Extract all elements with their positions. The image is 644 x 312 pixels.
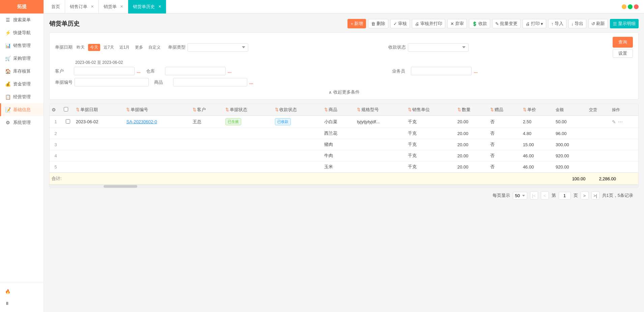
salesperson-ellipsis[interactable]: ... <box>474 69 478 74</box>
print-dropdown-icon: ▾ <box>541 21 543 26</box>
trade-cell <box>587 161 610 173</box>
sidebar-bottom-btn2[interactable]: ⏸ <box>0 297 44 309</box>
tab-sales-goods-label: 销货单 <box>104 4 117 10</box>
tab-sales-order[interactable]: 销售订单 ✕ <box>65 0 99 14</box>
refresh-button[interactable]: ↺ 刷新 <box>588 19 608 28</box>
action-icons: ✎ ⋯ <box>612 119 636 125</box>
sidebar-item-purchase-mgmt[interactable]: 🛒 采购管理 <box>0 52 44 65</box>
tab-sales-goods[interactable]: 销货单 ✕ <box>99 0 128 14</box>
col-collect-status[interactable]: ⇅收款状态 <box>273 104 323 116</box>
sidebar-bottom-btn1[interactable]: 🔥 <box>0 286 44 297</box>
audit-print-button[interactable]: 🖨 审核并打印 <box>412 19 445 28</box>
doc-no-cell <box>124 161 190 173</box>
date-pill-last1month[interactable]: 近1月 <box>117 44 132 51</box>
sidebar-item-inventory[interactable]: 🏠 库存核算 <box>0 65 44 78</box>
date-pill-more[interactable]: 更多 <box>133 44 145 51</box>
tab-sales-history-close[interactable]: ✕ <box>158 4 161 9</box>
sidebar-item-search-menu[interactable]: ☰ 搜索菜单 <box>0 14 44 26</box>
row-check <box>62 139 74 150</box>
col-doc-date[interactable]: ⇅单据日期 <box>74 104 124 116</box>
window-maximize-button[interactable] <box>628 4 633 9</box>
goods-cell: 玉米 <box>322 161 355 173</box>
delete-button[interactable]: 🗑 删除 <box>368 19 388 28</box>
col-customer[interactable]: ⇅客户 <box>191 104 223 116</box>
date-range-text: 2023-06-02 至 2023-06-02 <box>75 60 123 66</box>
col-goods[interactable]: ⇅商品 <box>322 104 355 116</box>
warehouse-ellipsis[interactable]: ... <box>228 69 232 74</box>
date-pill-yesterday[interactable]: 昨天 <box>75 44 87 51</box>
more-action-icon[interactable]: ⋯ <box>618 119 623 125</box>
col-doc-status[interactable]: ⇅单据状态 <box>223 104 273 116</box>
goods-ellipsis[interactable]: ... <box>249 80 253 85</box>
sidebar-item-basic-info[interactable]: 📝 基础信息 <box>0 103 44 116</box>
tab-sales-history[interactable]: 销货单历史 ✕ <box>128 0 166 14</box>
col-sales-unit[interactable]: ⇅销售单位 <box>406 104 455 116</box>
page-number-input[interactable] <box>559 192 571 200</box>
batch-change-button[interactable]: ✎ 批量变更 <box>492 19 521 28</box>
sidebar-item-ops-mgmt[interactable]: 📋 经营管理 <box>0 90 44 103</box>
new-button[interactable]: + 新增 <box>347 19 366 28</box>
warehouse-input[interactable] <box>165 67 226 75</box>
goods-input[interactable] <box>173 78 247 86</box>
gear-icon[interactable]: ⚙ <box>52 107 56 112</box>
col-doc-no[interactable]: ⇅单据编号 <box>124 104 190 116</box>
scrollbar-area[interactable] <box>50 184 638 188</box>
row-check[interactable] <box>62 116 74 128</box>
collapse-btn[interactable]: ∧ 收起更多条件 <box>55 89 633 95</box>
audit-print-icon: 🖨 <box>415 21 419 26</box>
window-close-button[interactable] <box>634 4 639 9</box>
sidebar-item-fund-mgmt[interactable]: 💰 资金管理 <box>0 78 44 90</box>
col-gift[interactable]: ⇅赠品 <box>488 104 521 116</box>
amount-cell: 300.00 <box>554 139 587 150</box>
query-button[interactable]: 查询 <box>613 37 633 48</box>
customer-ellipsis[interactable]: ... <box>137 69 141 74</box>
audit-button[interactable]: ✓ 审核 <box>390 19 410 28</box>
scrollbar-thumb[interactable] <box>104 185 137 188</box>
customer-cell <box>191 139 223 150</box>
export-button[interactable]: ↓ 导出 <box>568 19 587 28</box>
filter-warehouse: 仓库 ... <box>146 67 387 75</box>
import-button[interactable]: ↑ 导入 <box>548 19 566 28</box>
page-first-button[interactable]: |< <box>530 191 538 200</box>
page-size-select[interactable]: 50 <box>513 192 527 200</box>
doc-type-select[interactable] <box>188 43 248 52</box>
tab-sales-order-label: 销售订单 <box>70 4 87 10</box>
collect-status-select[interactable] <box>408 43 469 52</box>
col-unit-price[interactable]: ⇅单价 <box>521 104 554 116</box>
page-next-button[interactable]: > <box>581 191 589 200</box>
sidebar-bottom: 🔥 ⏸ <box>0 283 44 312</box>
window-minimize-button[interactable] <box>622 4 626 9</box>
doc-no-input[interactable] <box>75 78 149 86</box>
col-qty[interactable]: ⇅数量 <box>455 104 488 116</box>
sidebar-item-sales-mgmt[interactable]: 📊 销售管理 <box>0 39 44 52</box>
doc-date-cell <box>74 161 124 173</box>
date-pill-custom[interactable]: 自定义 <box>146 44 163 51</box>
tab-sales-history-label: 销货单历史 <box>133 4 155 10</box>
print-button[interactable]: 🖨 打印 ▾ <box>523 19 546 28</box>
collect-button[interactable]: 💲 收款 <box>469 19 490 28</box>
page-last-button[interactable]: >| <box>591 191 599 200</box>
sidebar-item-quick-nav[interactable]: ⚡ 快捷导航 <box>0 26 44 39</box>
window-controls <box>619 4 641 9</box>
customer-input[interactable] <box>74 67 135 75</box>
sidebar-item-label: 快捷导航 <box>13 30 31 36</box>
page-prev-button[interactable]: < <box>541 191 549 200</box>
tab-home[interactable]: 首页 <box>47 0 65 14</box>
tab-sales-goods-close[interactable]: ✕ <box>120 4 123 9</box>
abandon-button[interactable]: ✕ 弃审 <box>447 19 467 28</box>
sidebar-item-sys-mgmt[interactable]: ⚙ 系统管理 <box>0 116 44 129</box>
date-pill-last7days[interactable]: 近7天 <box>102 44 116 51</box>
edit-action-icon[interactable]: ✎ <box>612 119 616 125</box>
show-detail-button[interactable]: ☰ 显示明细 <box>610 19 639 28</box>
salesperson-input[interactable] <box>411 67 472 75</box>
trade-cell <box>587 139 610 150</box>
col-gear[interactable]: ⚙ <box>50 104 62 116</box>
spec-cell: tyjytjytyjdf... <box>355 116 406 128</box>
settings-button[interactable]: 设置 <box>613 49 633 58</box>
tab-sales-order-close[interactable]: ✕ <box>91 4 94 9</box>
doc-no-cell[interactable]: SA-20230602-0 <box>124 116 190 128</box>
select-all-checkbox[interactable] <box>64 107 68 111</box>
customer-cell <box>191 161 223 173</box>
col-spec[interactable]: ⇅规格型号 <box>355 104 406 116</box>
date-pill-today[interactable]: 今天 <box>88 44 100 51</box>
